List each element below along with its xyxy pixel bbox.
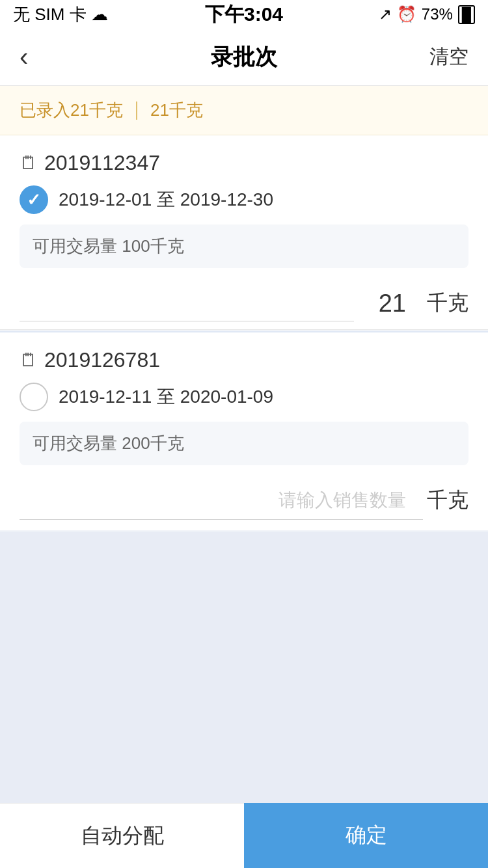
info-banner: 已录入21千克 21千克	[0, 86, 488, 135]
batch-2-unit: 千克	[427, 486, 468, 515]
batch-2-availability: 可用交易量 200千克	[20, 422, 468, 465]
battery-icon: █	[458, 5, 475, 24]
back-button[interactable]: ‹	[20, 42, 59, 72]
batch-item-2: 🗒 2019126781 2019-12-11 至 2020-01-09 可用交…	[0, 332, 488, 530]
page-title: 录批次	[211, 42, 277, 72]
status-time: 下午3:04	[205, 1, 283, 28]
batch-2-radio[interactable]	[20, 383, 48, 411]
batch-1-availability: 可用交易量 100千克	[20, 224, 468, 268]
batch-2-input-row: 请输入销售数量 千克	[0, 474, 488, 530]
batch-1-unit: 千克	[427, 289, 468, 318]
batch-2-date-row[interactable]: 2019-12-11 至 2020-01-09	[0, 379, 488, 418]
batch-1-number: 2019112347	[44, 151, 160, 175]
batch-1-date-row[interactable]: ✓ 2019-12-01 至 2019-12-30	[0, 182, 488, 221]
batch-1-quantity-value: 21	[379, 290, 406, 318]
batch-1-date: 2019-12-01 至 2019-12-30	[59, 187, 273, 212]
recorded-amount: 已录入21千克	[20, 99, 123, 122]
check-icon: ✓	[27, 190, 41, 210]
confirm-button[interactable]: 确定	[244, 803, 488, 868]
no-sim-text: 无 SIM 卡 ☁	[13, 3, 108, 26]
auto-distribute-button[interactable]: 自动分配	[0, 803, 244, 868]
batch-1-header: 🗒 2019112347	[0, 135, 488, 182]
batch-2-icon: 🗒	[20, 349, 38, 371]
batch-2-number: 2019126781	[44, 348, 160, 372]
battery-text: 73%	[422, 5, 453, 23]
status-right: ↗ ⏰ 73% █	[379, 5, 475, 24]
location-icon: ↗	[379, 5, 392, 23]
clear-button[interactable]: 清空	[429, 44, 468, 70]
alarm-icon: ⏰	[397, 5, 416, 23]
status-bar: 无 SIM 卡 ☁ 下午3:04 ↗ ⏰ 73% █	[0, 0, 488, 29]
batch-2-header: 🗒 2019126781	[0, 332, 488, 379]
banner-amount: 21千克	[150, 99, 203, 122]
batch-1-quantity-row: 21 千克	[0, 277, 488, 330]
batch-1-icon: 🗒	[20, 152, 38, 174]
banner-divider	[136, 102, 137, 120]
batch-2-date: 2019-12-11 至 2020-01-09	[59, 385, 273, 409]
bottom-bar: 自动分配 确定	[0, 803, 488, 868]
batch-2-input-placeholder: 请输入销售数量	[278, 488, 406, 513]
nav-bar: ‹ 录批次 清空	[0, 29, 488, 86]
status-left: 无 SIM 卡 ☁	[13, 3, 108, 26]
batch-item-1: 🗒 2019112347 ✓ 2019-12-01 至 2019-12-30 可…	[0, 135, 488, 330]
batch-1-radio[interactable]: ✓	[20, 185, 48, 214]
